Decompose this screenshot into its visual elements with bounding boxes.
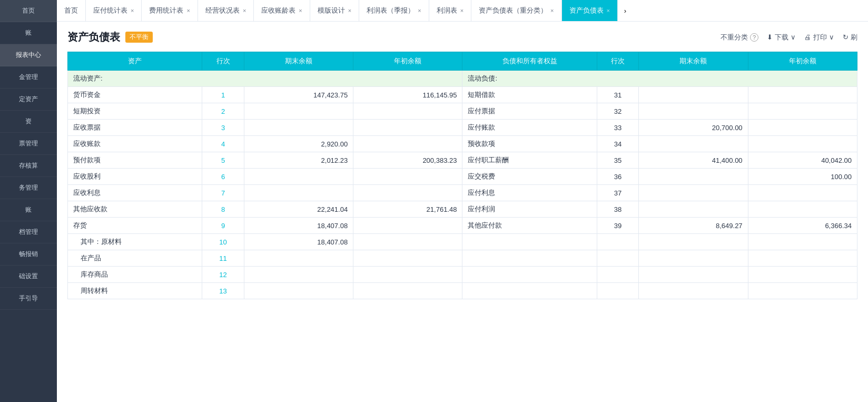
refresh-button[interactable]: ↻ 刷 — [843, 33, 857, 42]
cell-begin-a — [353, 120, 462, 136]
cell-line-a: 10 — [202, 234, 244, 250]
cell-liability — [462, 250, 597, 267]
unbalanced-badge: 不平衡 — [125, 32, 153, 43]
tab-template-design[interactable]: 模版设计× — [310, 0, 359, 21]
cell-line-a: 13 — [202, 283, 244, 299]
tab-scroll-right[interactable]: › — [618, 0, 633, 21]
close-tab-balance-sheet[interactable]: × — [607, 7, 610, 14]
cell-line-l: 36 — [597, 169, 639, 185]
cell-liability: 应付利息 — [462, 185, 597, 201]
table-row: 其他应收款 8 22,241.04 21,761.48 应付利润 38 — [68, 201, 857, 218]
balance-sheet-table: 资产 行次 期末余额 年初余额 负债和所有者权益 行次 期末余额 年初余额 流动… — [67, 52, 857, 299]
cell-end-l — [639, 103, 748, 120]
cell-asset: 应收票据 — [68, 120, 202, 136]
sidebar-item-account[interactable]: 账 — [0, 22, 57, 44]
table-row: 短期投资 2 应付票据 32 — [68, 103, 857, 120]
help-icon[interactable]: ? — [750, 33, 758, 42]
cell-liability: 应交税费 — [462, 169, 597, 185]
tab-ap-summary[interactable]: 应付统计表× — [86, 0, 142, 21]
cell-begin-l — [748, 234, 857, 250]
cell-end-l — [639, 267, 748, 283]
cell-begin-l — [748, 136, 857, 152]
cell-line-a: 9 — [202, 218, 244, 234]
cell-end-l — [639, 234, 748, 250]
cell-begin-l: 6,366.34 — [748, 218, 857, 234]
table-row: 存货 9 18,407.08 其他应付款 39 8,649.27 6,366.3… — [68, 218, 857, 234]
cell-begin-a — [353, 267, 462, 283]
table-row: 应收账款 4 2,920.00 预收款项 34 — [68, 136, 857, 152]
page-header: 资产负债表 不平衡 不重分类 ? ⬇ 下载 ∨ 🖨 打印 ∨ — [67, 30, 857, 44]
sidebar-item-file[interactable]: 档管理 — [0, 221, 57, 243]
table-section-row: 流动资产: 流动负债: — [68, 71, 857, 87]
sidebar-item-settings[interactable]: 础设置 — [0, 266, 57, 288]
download-chevron-icon: ∨ — [791, 33, 796, 41]
cell-asset: 在产品 — [68, 250, 202, 267]
table-row: 应收利息 7 应付利息 37 — [68, 185, 857, 201]
cell-line-l: 32 — [597, 103, 639, 120]
close-tab-ar-aging[interactable]: × — [299, 7, 302, 14]
sidebar-item-sales[interactable]: 畅报销 — [0, 243, 57, 266]
sidebar-item-fixed-assets[interactable]: 定资产 — [0, 89, 57, 111]
sidebar: 首页 账 报表中心 金管理 定资产 资 票管理 存核算 务管理 账 档管理 畅报… — [0, 0, 57, 402]
cell-begin-l — [748, 201, 857, 218]
sidebar-item-task[interactable]: 务管理 — [0, 177, 57, 199]
cell-begin-a: 200,383.23 — [353, 152, 462, 169]
sidebar-item-invoice[interactable]: 票管理 — [0, 133, 57, 155]
sidebar-item-report-center[interactable]: 报表中心 — [0, 44, 57, 66]
cell-end-a — [244, 283, 353, 299]
tab-ar-aging[interactable]: 应收账龄表× — [254, 0, 310, 21]
close-tab-balance-reclassified[interactable]: × — [550, 7, 554, 14]
cell-line-l — [597, 267, 639, 283]
cell-liability — [462, 234, 597, 250]
sidebar-item-home[interactable]: 首页 — [0, 0, 57, 22]
tab-operations[interactable]: 经营状况表× — [198, 0, 254, 21]
cell-asset: 应收股利 — [68, 169, 202, 185]
tab-expense-summary[interactable]: 费用统计表× — [142, 0, 198, 21]
cell-line-a: 5 — [202, 152, 244, 169]
cell-liability: 应付账款 — [462, 120, 597, 136]
cell-asset: 货币资金 — [68, 87, 202, 103]
close-tab-profit[interactable]: × — [460, 7, 463, 14]
cell-liability: 预收款项 — [462, 136, 597, 152]
tab-profit-quarterly[interactable]: 利润表（季报）× — [359, 0, 429, 21]
sidebar-item-inventory[interactable]: 存核算 — [0, 155, 57, 177]
sidebar-item-guide[interactable]: 手引导 — [0, 288, 57, 310]
download-button[interactable]: ⬇ 下载 ∨ — [767, 33, 796, 42]
close-tab-template[interactable]: × — [348, 7, 351, 14]
cell-line-l: 35 — [597, 152, 639, 169]
header-line: 行次 — [202, 52, 244, 71]
tab-home[interactable]: 首页 — [57, 0, 86, 21]
cell-begin-l — [748, 185, 857, 201]
cell-end-a — [244, 250, 353, 267]
sidebar-item-fund[interactable]: 金管理 — [0, 66, 57, 89]
tab-balance-reclassified[interactable]: 资产负债表（重分类）× — [471, 0, 561, 21]
cell-asset: 应收利息 — [68, 185, 202, 201]
no-reclassify-button[interactable]: 不重分类 ? — [721, 33, 758, 42]
cell-liability — [462, 283, 597, 299]
tab-balance-sheet[interactable]: 资产负债表× — [562, 0, 618, 21]
print-button[interactable]: 🖨 打印 ∨ — [804, 33, 834, 42]
cell-end-l — [639, 169, 748, 185]
cell-end-l — [639, 283, 748, 299]
close-tab-operations[interactable]: × — [243, 7, 246, 14]
tab-profit[interactable]: 利润表× — [429, 0, 471, 21]
table-row: 应收股利 6 应交税费 36 100.00 — [68, 169, 857, 185]
sidebar-item-invest[interactable]: 资 — [0, 111, 57, 133]
close-tab-expense[interactable]: × — [186, 7, 190, 14]
cell-end-a — [244, 185, 353, 201]
sidebar-item-ledger[interactable]: 账 — [0, 199, 57, 221]
cell-begin-l — [748, 87, 857, 103]
cell-line-a: 12 — [202, 267, 244, 283]
table-row: 预付款项 5 2,012.23 200,383.23 应付职工薪酬 35 41,… — [68, 152, 857, 169]
cell-line-l: 37 — [597, 185, 639, 201]
cell-end-l: 8,649.27 — [639, 218, 748, 234]
cell-end-l — [639, 250, 748, 267]
close-tab-profit-quarterly[interactable]: × — [418, 7, 421, 14]
cell-line-l — [597, 283, 639, 299]
cell-end-l: 41,400.00 — [639, 152, 748, 169]
close-tab-ap-summary[interactable]: × — [131, 7, 134, 14]
cell-asset: 其中：原材料 — [68, 234, 202, 250]
cell-begin-a — [353, 169, 462, 185]
cell-asset: 库存商品 — [68, 267, 202, 283]
cell-begin-l: 40,042.00 — [748, 152, 857, 169]
